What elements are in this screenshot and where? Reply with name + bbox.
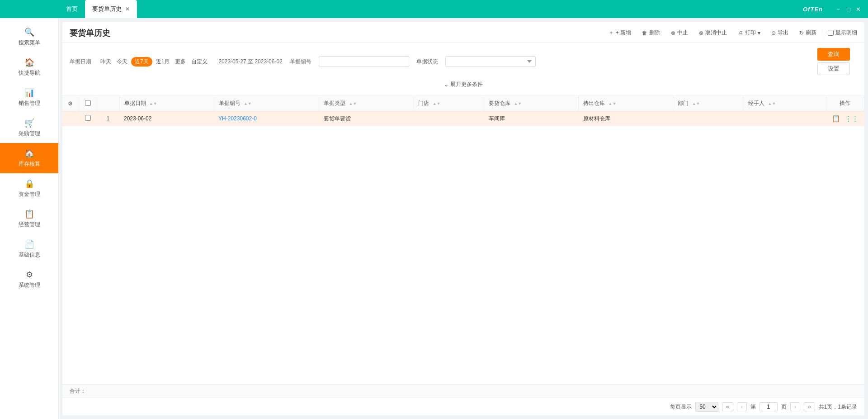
status-select[interactable] (445, 56, 536, 67)
sidebar-item-operations[interactable]: 📋 经营管理 (0, 204, 58, 234)
cell-checkbox (79, 111, 97, 126)
sidebar-item-nav-label: 快捷导航 (19, 69, 40, 77)
home-icon: 🏠 (24, 57, 34, 67)
last-page-btn[interactable]: » (804, 402, 815, 411)
date-btn-custom[interactable]: 自定义 (189, 57, 209, 67)
sidebar-item-basic-label: 基础信息 (19, 251, 40, 259)
date-btn-more[interactable]: 更多 (173, 57, 188, 67)
page-size-label: 每页显示 (670, 403, 692, 411)
refresh-btn[interactable]: ↻ 刷新 (796, 27, 820, 38)
top-bar: 首页 要货单历史 ✕ OfTEn － □ ✕ (0, 0, 868, 18)
inventory-icon: 🏠 (24, 148, 34, 158)
expand-more-btn[interactable]: ⌄ 展开更多条件 (70, 79, 857, 90)
cell-department (673, 111, 744, 126)
close-tab-icon[interactable]: ✕ (125, 6, 130, 12)
sort-to-warehouse-icon: ▲▼ (609, 101, 617, 106)
more-action-icon[interactable]: ⋮⋮ (845, 114, 859, 122)
th-no (97, 96, 119, 111)
status-label: 单据状态 (416, 58, 438, 66)
th-store[interactable]: 门店 ▲▼ (414, 96, 484, 111)
sidebar-item-basic[interactable]: 📄 基础信息 (0, 234, 58, 264)
show-detail-checkbox[interactable] (828, 30, 834, 36)
stop-btn[interactable]: ⊗ 中止 (667, 27, 692, 38)
select-all-checkbox[interactable] (85, 100, 91, 106)
order-no-link[interactable]: YH-20230602-0 (218, 115, 257, 122)
print-btn[interactable]: 🖨 打印 ▾ (734, 27, 764, 38)
date-btn-7days[interactable]: 近7天 (131, 57, 152, 67)
page-input[interactable] (760, 402, 778, 411)
sidebar-item-search-label: 搜索菜单 (19, 39, 40, 47)
first-page-btn[interactable]: « (722, 402, 733, 411)
th-from-warehouse[interactable]: 要货仓库 ▲▼ (484, 96, 579, 111)
th-type[interactable]: 单据类型 ▲▼ (319, 96, 414, 111)
window-close-btn[interactable]: ✕ (856, 6, 861, 13)
sidebar-item-system[interactable]: ⚙ 系统管理 (0, 264, 58, 295)
sidebar-item-nav[interactable]: 🏠 快捷导航 (0, 52, 58, 82)
layout: 🔍 搜索菜单 🏠 快捷导航 📊 销售管理 🛒 采购管理 🏠 库存核算 🔒 资金管… (0, 18, 868, 419)
export-btn[interactable]: ⊙ 导出 (768, 27, 792, 38)
date-range-text: 2023-05-27 至 2023-06-02 (218, 58, 282, 66)
delete-icon: 🗑 (642, 30, 647, 36)
sort-handler-icon: ▲▼ (768, 101, 776, 106)
order-no-input[interactable] (319, 56, 409, 67)
query-btn[interactable]: 查询 (817, 48, 850, 61)
th-settings[interactable]: ⚙ (62, 96, 79, 111)
data-table: ⚙ 单据日期 ▲▼ 单据编号 ▲▼ (62, 96, 864, 126)
table-footer: 合计： (62, 384, 864, 398)
page-area: 要货单历史 ＋ + 新增 🗑 删除 ⊗ 中止 ⊗ (62, 22, 864, 415)
th-actions: 操作 (826, 96, 864, 111)
brand-text: OfTEn (803, 6, 823, 13)
minimize-btn[interactable]: － (835, 5, 841, 13)
sort-department-icon: ▲▼ (692, 101, 700, 106)
sidebar-item-sales-label: 销售管理 (19, 100, 40, 107)
sidebar-item-system-label: 系统管理 (19, 281, 40, 289)
th-date[interactable]: 单据日期 ▲▼ (119, 96, 214, 111)
th-order-no[interactable]: 单据编号 ▲▼ (214, 96, 319, 111)
sidebar-item-purchase-label: 采购管理 (19, 130, 40, 138)
sidebar-item-search[interactable]: 🔍 搜索菜单 (0, 22, 58, 52)
cell-handler (744, 111, 826, 126)
table-body: 1 2023-06-02 YH-20230602-0 要货单要货 车间库 原材料… (62, 111, 864, 126)
print-dropdown-icon[interactable]: ▾ (758, 30, 760, 36)
sidebar-item-inventory[interactable]: 🏠 库存核算 (0, 143, 58, 173)
search-icon: 🔍 (24, 27, 34, 37)
system-icon: ⚙ (26, 270, 33, 280)
date-btn-today[interactable]: 今天 (115, 57, 129, 67)
cell-type: 要货单要货 (319, 111, 414, 126)
sidebar-item-finance-label: 资金管理 (19, 190, 40, 198)
next-page-btn[interactable]: › (790, 402, 800, 411)
maximize-btn[interactable]: □ (847, 6, 850, 13)
prev-page-btn[interactable]: ‹ (737, 402, 747, 411)
pagination: 每页显示 20 50 100 « ‹ 第 页 › » 共1页，1条记录 (62, 398, 864, 415)
tab-home[interactable]: 首页 (59, 0, 85, 18)
row-checkbox[interactable] (85, 115, 91, 121)
cancel-stop-btn[interactable]: ⊗ 取消中止 (695, 27, 731, 38)
date-btn-yesterday[interactable]: 昨天 (99, 57, 113, 67)
pagination-summary: 共1页，1条记录 (819, 403, 857, 411)
th-handler[interactable]: 经手人 ▲▼ (744, 96, 826, 111)
th-checkbox (79, 96, 97, 111)
sidebar-item-finance[interactable]: 🔒 资金管理 (0, 173, 58, 204)
tab-purchase-history[interactable]: 要货单历史 ✕ (85, 0, 137, 18)
page-size-select[interactable]: 20 50 100 (695, 402, 718, 412)
sidebar-item-purchase[interactable]: 🛒 采购管理 (0, 113, 58, 143)
cell-date: 2023-06-02 (119, 111, 214, 126)
cell-settings (62, 111, 79, 126)
export-icon: ⊙ (771, 30, 776, 36)
query-btn-area: 查询 设置 (817, 48, 850, 75)
tab-purchase-history-label: 要货单历史 (92, 5, 122, 13)
settings-btn[interactable]: 设置 (817, 62, 850, 75)
th-to-warehouse[interactable]: 待出仓库 ▲▼ (579, 96, 673, 111)
edit-action-icon[interactable]: 📋 (832, 114, 840, 122)
total-label: 合计： (70, 387, 86, 395)
date-btn-1month[interactable]: 近1月 (154, 57, 172, 67)
refresh-icon: ↻ (799, 30, 804, 36)
th-department[interactable]: 部门 ▲▼ (673, 96, 744, 111)
new-btn[interactable]: ＋ + 新增 (605, 27, 635, 38)
delete-btn[interactable]: 🗑 删除 (638, 27, 664, 38)
tab-home-label: 首页 (66, 5, 78, 13)
table-header-row: ⚙ 单据日期 ▲▼ 单据编号 ▲▼ (62, 96, 864, 111)
filter-row-1: 单据日期 昨天 今天 近7天 近1月 更多 自定义 2023-05-27 至 2… (70, 48, 857, 75)
sidebar-item-sales[interactable]: 📊 销售管理 (0, 82, 58, 113)
show-detail-toggle[interactable]: 显示明细 (828, 29, 857, 37)
